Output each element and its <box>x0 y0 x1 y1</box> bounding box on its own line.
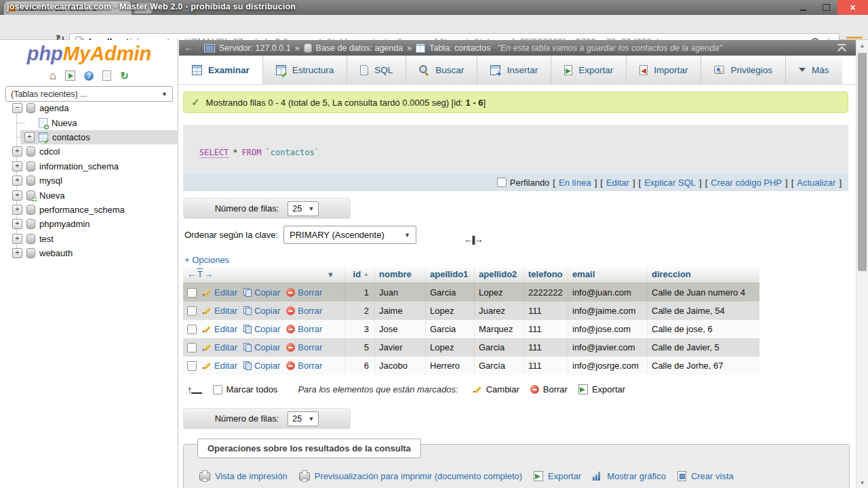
options-toggle-link[interactable]: + Opciones <box>184 255 229 265</box>
edit-link[interactable]: Editar <box>203 287 237 298</box>
create-php-link[interactable]: Crear código PHP <box>711 178 782 188</box>
row-checkbox[interactable] <box>187 306 197 316</box>
expand-icon[interactable]: + <box>12 176 22 186</box>
header-id[interactable]: id▲ <box>344 266 375 283</box>
expand-icon[interactable]: + <box>12 205 22 215</box>
sidebar-item-cdcol[interactable]: + cdcol <box>0 144 178 159</box>
breadcrumb-database[interactable]: Base de datos: agenda <box>316 43 403 53</box>
copy-link[interactable]: Copiar <box>243 324 280 334</box>
window-controls: × <box>791 0 868 15</box>
bulk-export-button[interactable]: Exportar <box>578 384 625 394</box>
expand-icon[interactable]: + <box>12 190 22 201</box>
row-checkbox[interactable] <box>187 288 197 298</box>
header-email[interactable]: email <box>568 266 648 283</box>
collapse-icon[interactable]: − <box>12 103 22 113</box>
chevron-down-icon[interactable]: ▼ <box>327 270 334 279</box>
expand-icon[interactable]: + <box>12 146 22 157</box>
create-view-link[interactable]: Crear vista <box>677 471 734 481</box>
breadcrumb-server[interactable]: Servidor: 127.0.0.1 <box>219 43 291 53</box>
row-checkbox[interactable] <box>187 343 197 352</box>
row-checkbox[interactable] <box>187 325 197 334</box>
copy-link[interactable]: Copiar <box>243 306 280 316</box>
explain-sql-link[interactable]: Explicar SQL <box>644 178 696 188</box>
tab-estructura[interactable]: Estructura <box>263 56 348 84</box>
header-nombre[interactable]: nombre <box>375 266 426 283</box>
tab-sql[interactable]: SQL <box>347 56 406 84</box>
tab-buscar[interactable]: Buscar <box>406 56 477 84</box>
edit-link[interactable]: Editar <box>203 324 237 334</box>
bulk-change-button[interactable]: Cambiar <box>473 384 519 394</box>
edit-link[interactable]: Editar <box>203 342 237 352</box>
breadcrumb-table[interactable]: Tabla: contactos <box>429 43 490 53</box>
swap-axes-icon[interactable]: ←T→ <box>187 269 213 279</box>
sidebar-item-agenda[interactable]: − agenda <box>0 101 178 115</box>
sort-key-select[interactable]: PRIMARY (Ascendente)▼ <box>283 226 416 244</box>
sidebar-item-new-database[interactable]: + Nueva <box>0 188 178 202</box>
sidebar-item-mysql[interactable]: + mysql <box>0 174 178 188</box>
sidebar-item-new-table[interactable]: Nueva <box>0 115 178 129</box>
sidebar-item-performance-schema[interactable]: + performance_schema <box>0 203 178 217</box>
documentation-icon[interactable] <box>102 70 111 81</box>
tab-examinar[interactable]: Examinar <box>179 56 263 84</box>
phpmyadmin-logo[interactable]: phpMyAdmin <box>0 43 178 65</box>
num-rows-select[interactable]: 25▼ <box>288 201 319 216</box>
profiling-checkbox[interactable] <box>497 178 507 187</box>
scrollbar-thumb[interactable] <box>858 53 867 271</box>
sidebar-item-contactos[interactable]: + contactos <box>0 130 178 144</box>
sidebar-item-test[interactable]: + test <box>0 232 178 246</box>
scroll-up-icon[interactable]: ▲ <box>856 40 868 51</box>
edit-link[interactable]: Editar <box>203 306 237 316</box>
tab-insertar[interactable]: Insertar <box>477 56 551 84</box>
collapse-top-menu-icon[interactable] <box>837 44 846 52</box>
display-chart-link[interactable]: Mostrar gráfico <box>593 471 666 481</box>
header-apellido1[interactable]: apellido1 <box>426 266 475 283</box>
num-rows-select[interactable]: 25▼ <box>288 411 319 426</box>
copy-link[interactable]: Copiar <box>243 342 280 352</box>
check-all-checkbox[interactable] <box>213 385 222 394</box>
delete-link[interactable]: Borrar <box>286 287 322 298</box>
refresh-icon[interactable]: ↻ <box>120 70 129 81</box>
copy-link[interactable]: Copiar <box>243 287 280 298</box>
refresh-link[interactable]: Actualizar <box>797 178 835 188</box>
inline-edit-link[interactable]: En línea <box>559 178 591 188</box>
chart-icon <box>593 472 602 481</box>
edit-sql-link[interactable]: Editar <box>606 178 629 188</box>
edit-link[interactable]: Editar <box>203 361 237 371</box>
print-view-link[interactable]: Vista de impresión <box>199 471 288 481</box>
export-results-link[interactable]: Exportar <box>534 471 581 481</box>
expand-icon[interactable]: + <box>12 219 22 229</box>
logout-icon[interactable] <box>65 70 75 81</box>
sidebar-item-phpmyadmin[interactable]: + phpmyadmin <box>0 217 178 231</box>
cell-apellido2: Lopez <box>475 283 524 302</box>
header-telefono[interactable]: telefono <box>524 266 568 283</box>
minimize-button[interactable] <box>791 0 814 15</box>
tab-privilegios[interactable]: Privilegios <box>701 56 786 84</box>
row-checkbox[interactable] <box>187 361 197 371</box>
header-direccion[interactable]: direccion <box>648 266 760 283</box>
copy-link[interactable]: Copiar <box>243 361 280 371</box>
delete-link[interactable]: Borrar <box>286 361 322 371</box>
close-button[interactable]: × <box>837 0 868 15</box>
delete-link[interactable]: Borrar <box>286 324 322 334</box>
help-icon[interactable]: ? <box>84 71 94 81</box>
page-scrollbar[interactable]: ▲ ▼ <box>856 40 868 488</box>
scroll-down-icon[interactable]: ▼ <box>856 477 868 488</box>
expand-icon[interactable]: + <box>12 161 22 171</box>
tab-exportar[interactable]: Exportar <box>551 56 627 84</box>
sidebar-item-information-schema[interactable]: + information_schema <box>0 159 178 174</box>
header-apellido2[interactable]: apellido2 <box>475 266 524 283</box>
bulk-delete-button[interactable]: Borrar <box>530 384 568 394</box>
expand-icon[interactable]: + <box>24 132 35 142</box>
delete-link[interactable]: Borrar <box>286 342 322 352</box>
hide-sidebar-button[interactable]: ← <box>179 40 199 56</box>
expand-icon[interactable]: + <box>12 248 22 258</box>
home-icon[interactable]: ⌂ <box>50 70 56 81</box>
tab-mas[interactable]: Más <box>786 56 842 84</box>
print-preview-link[interactable]: Previsualización para imprimir (document… <box>299 471 522 481</box>
sidebar-item-webauth[interactable]: + webauth <box>0 246 178 260</box>
recent-tables-select[interactable]: (Tablas recientes) ... ▼ <box>5 86 173 102</box>
expand-icon[interactable]: + <box>12 234 22 244</box>
maximize-button[interactable] <box>814 0 837 15</box>
delete-link[interactable]: Borrar <box>286 306 322 316</box>
tab-importar[interactable]: Importar <box>627 56 701 84</box>
